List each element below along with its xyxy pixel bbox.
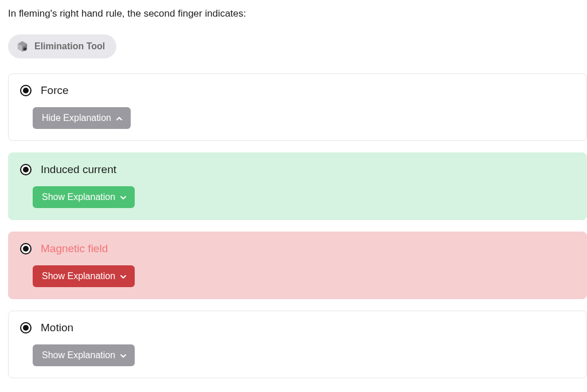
show-explanation-button[interactable]: Show Explanation	[33, 186, 135, 208]
chevron-down-icon	[120, 194, 126, 200]
option-card[interactable]: Force Hide Explanation	[8, 73, 587, 141]
options-list: Force Hide Explanation Induced current S…	[8, 73, 587, 378]
button-label: Show Explanation	[42, 350, 115, 360]
chevron-down-icon	[120, 352, 126, 358]
radio-button[interactable]	[20, 322, 32, 334]
button-label: Hide Explanation	[42, 113, 111, 123]
option-label: Force	[41, 84, 69, 97]
elimination-tool-label: Elimination Tool	[34, 41, 105, 52]
option-label: Motion	[41, 322, 73, 334]
option-label: Induced current	[41, 163, 116, 176]
show-explanation-button[interactable]: Show Explanation	[33, 344, 135, 366]
show-explanation-button[interactable]: Show Explanation	[33, 265, 135, 287]
svg-point-0	[24, 48, 27, 51]
radio-button[interactable]	[20, 85, 32, 96]
option-label: Magnetic field	[41, 242, 108, 255]
radio-button[interactable]	[20, 164, 32, 175]
option-card[interactable]: Motion Show Explanation	[8, 311, 587, 378]
hide-explanation-button[interactable]: Hide Explanation	[33, 107, 131, 129]
question-text: In fleming's right hand rule, the second…	[8, 8, 587, 19]
option-card[interactable]: Induced current Show Explanation	[8, 152, 587, 220]
elimination-tool-button[interactable]: Elimination Tool	[8, 34, 116, 58]
chevron-down-icon	[120, 273, 126, 279]
chevron-up-icon	[116, 115, 122, 121]
option-card[interactable]: Magnetic field Show Explanation	[8, 232, 587, 299]
radio-button[interactable]	[20, 243, 32, 254]
button-label: Show Explanation	[42, 192, 115, 202]
cube-icon	[16, 40, 29, 53]
button-label: Show Explanation	[42, 271, 115, 281]
